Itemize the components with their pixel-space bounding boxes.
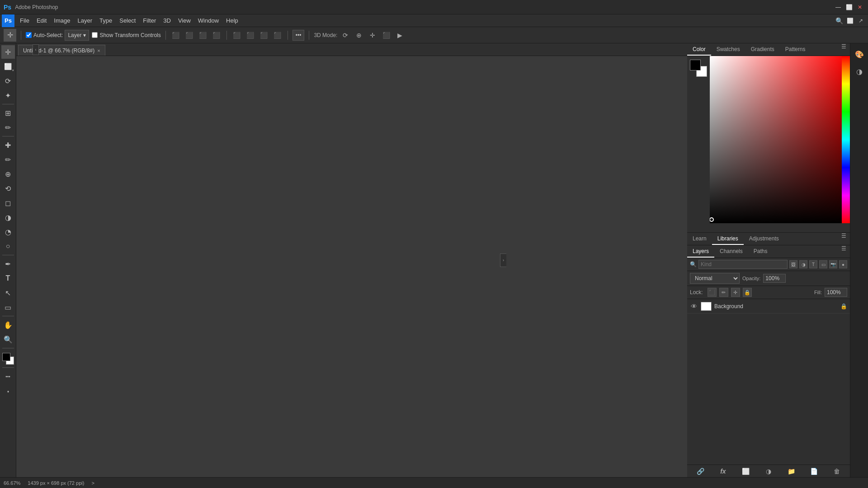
search-button[interactable]: 🔍 bbox=[834, 15, 844, 26]
close-button[interactable]: ✕ bbox=[855, 3, 864, 12]
eyedropper-tool[interactable]: ✏ bbox=[1, 121, 15, 134]
filter-pixel-icon[interactable]: 🖼 bbox=[789, 260, 797, 268]
text-tool[interactable]: T bbox=[1, 272, 15, 285]
3d-pan-button[interactable]: ✛ bbox=[367, 30, 378, 41]
filter-shape-icon[interactable]: ▭ bbox=[819, 260, 827, 268]
align-bottom-button[interactable]: ⬛ bbox=[245, 30, 256, 41]
menu-layer[interactable]: Layer bbox=[74, 15, 96, 26]
layers-panel-menu-btn[interactable]: ☰ bbox=[838, 245, 850, 258]
fg-bg-color-picker[interactable] bbox=[690, 60, 707, 77]
lock-all-btn[interactable]: 🔒 bbox=[743, 288, 752, 297]
opacity-input[interactable] bbox=[763, 274, 786, 283]
filter-selected-icon[interactable]: ● bbox=[839, 260, 847, 268]
layer-visibility-eye[interactable]: 👁 bbox=[690, 302, 698, 310]
menu-type[interactable]: Type bbox=[96, 15, 116, 26]
color-picker-area[interactable] bbox=[710, 56, 850, 232]
brush-tool[interactable]: ✏ bbox=[1, 153, 15, 166]
menu-filter[interactable]: Filter bbox=[139, 15, 160, 26]
fg-bg-color-control[interactable] bbox=[1, 352, 15, 366]
path-select-tool[interactable]: ↖ bbox=[1, 286, 15, 300]
delete-layer-btn[interactable]: 🗑 bbox=[832, 466, 842, 476]
tab-swatches[interactable]: Swatches bbox=[711, 43, 745, 56]
tab-adjustments[interactable]: Adjustments bbox=[744, 233, 784, 245]
fg-color-picker-swatch[interactable] bbox=[690, 60, 701, 70]
blur-tool[interactable]: ◔ bbox=[1, 225, 15, 239]
add-mask-btn[interactable]: ⬜ bbox=[741, 466, 751, 476]
3d-rotate-button[interactable]: ⟳ bbox=[340, 30, 351, 41]
align-top-button[interactable]: ⬛ bbox=[211, 30, 222, 41]
menu-edit[interactable]: Edit bbox=[33, 15, 50, 26]
layers-kind-filter[interactable] bbox=[698, 260, 788, 269]
align-center-v-button[interactable]: ⬛ bbox=[231, 30, 242, 41]
align-left-button[interactable]: ⬛ bbox=[170, 30, 181, 41]
move-tool[interactable]: ✛ bbox=[1, 45, 15, 59]
blend-mode-select[interactable]: Normal bbox=[690, 273, 740, 284]
ps-logo-icon[interactable]: Ps bbox=[2, 14, 14, 27]
menu-help[interactable]: Help bbox=[222, 15, 242, 26]
auto-select-dropdown[interactable]: Layer ▾ bbox=[65, 30, 89, 41]
extra-tools-btn[interactable]: ••• bbox=[1, 370, 15, 383]
tab-learn[interactable]: Learn bbox=[687, 233, 712, 245]
pen-tool[interactable]: ✒ bbox=[1, 257, 15, 271]
maximize-button[interactable]: ⬜ bbox=[844, 3, 854, 12]
add-adjustment-btn[interactable]: ◑ bbox=[764, 466, 774, 476]
tab-channels[interactable]: Channels bbox=[714, 245, 748, 258]
auto-select-checkbox[interactable] bbox=[26, 32, 32, 38]
3d-slide-button[interactable]: ⬛ bbox=[381, 30, 392, 41]
more-options-button[interactable]: ••• bbox=[292, 30, 305, 41]
canvas-tab-close[interactable]: × bbox=[97, 48, 100, 53]
panel-adjust-icon[interactable]: ◑ bbox=[852, 64, 867, 79]
status-arrow-icon[interactable]: > bbox=[91, 480, 94, 486]
crop-tool[interactable]: ⊞ bbox=[1, 106, 15, 120]
menu-file[interactable]: File bbox=[16, 15, 33, 26]
magic-wand-tool[interactable]: ✦ bbox=[1, 89, 15, 102]
filter-adj-icon[interactable]: ◑ bbox=[799, 260, 807, 268]
panel-color-icon[interactable]: 🎨 bbox=[852, 47, 867, 61]
shape-tool[interactable]: ▭ bbox=[1, 300, 15, 314]
menu-view[interactable]: View bbox=[175, 15, 194, 26]
transform-controls-option[interactable]: Show Transform Controls bbox=[92, 32, 160, 38]
dodge-tool[interactable]: ○ bbox=[1, 239, 15, 253]
transform-controls-checkbox[interactable] bbox=[92, 32, 98, 38]
color-hue-strip[interactable] bbox=[842, 56, 850, 223]
filter-type-icon[interactable]: T bbox=[809, 260, 817, 268]
workspace-button[interactable]: ⬜ bbox=[844, 15, 855, 26]
tab-color[interactable]: Color bbox=[687, 43, 711, 56]
eraser-tool[interactable]: ◻ bbox=[1, 196, 15, 210]
menu-image[interactable]: Image bbox=[50, 15, 74, 26]
clone-stamp-tool[interactable]: ⊕ bbox=[1, 167, 15, 181]
distribute-button[interactable]: ⬛ bbox=[259, 30, 269, 41]
tool-more-btn[interactable]: ⬧ bbox=[1, 384, 15, 398]
fill-input[interactable] bbox=[825, 288, 847, 297]
align-right-button[interactable]: ⬛ bbox=[198, 30, 208, 41]
lib-panel-menu-btn[interactable]: ☰ bbox=[838, 233, 850, 245]
link-layers-btn[interactable]: 🔗 bbox=[695, 466, 705, 476]
minimize-button[interactable]: — bbox=[834, 3, 843, 12]
auto-select-option[interactable]: Auto-Select: Layer ▾ bbox=[26, 30, 89, 41]
move-tool-btn[interactable]: ✛ bbox=[4, 29, 16, 42]
lock-pixels-btn[interactable]: ⬛ bbox=[708, 288, 717, 297]
3d-roll-button[interactable]: ⊕ bbox=[354, 30, 364, 41]
lock-artboards-btn[interactable]: ✛ bbox=[731, 288, 740, 297]
lasso-tool[interactable]: ⟳ bbox=[1, 74, 15, 88]
tab-libraries[interactable]: Libraries bbox=[712, 233, 744, 245]
menu-select[interactable]: Select bbox=[116, 15, 139, 26]
history-brush-tool[interactable]: ⟲ bbox=[1, 182, 15, 195]
menu-window[interactable]: Window bbox=[194, 15, 222, 26]
distribute2-button[interactable]: ⬛ bbox=[272, 30, 283, 41]
tab-paths[interactable]: Paths bbox=[748, 245, 773, 258]
filter-smart-icon[interactable]: 📷 bbox=[829, 260, 837, 268]
left-panel-collapse-btn[interactable]: ‹ bbox=[33, 44, 39, 55]
hand-tool[interactable]: ✋ bbox=[1, 318, 15, 332]
right-panel-collapse-btn[interactable]: › bbox=[500, 253, 506, 267]
color-gradient[interactable] bbox=[710, 56, 850, 223]
zoom-tool[interactable]: 🔍 bbox=[1, 333, 15, 346]
color-gradient-main[interactable] bbox=[710, 56, 848, 223]
add-group-btn[interactable]: 📁 bbox=[786, 466, 796, 476]
canvas-tab-untitled[interactable]: Untitled-1 @ 66.7% (RGB/8#) × bbox=[18, 45, 105, 56]
color-panel-menu-btn[interactable]: ☰ bbox=[838, 43, 850, 56]
menu-3d[interactable]: 3D bbox=[160, 15, 175, 26]
gradient-tool[interactable]: ◑ bbox=[1, 211, 15, 224]
3d-scale-button[interactable]: ▶ bbox=[394, 30, 405, 41]
add-style-btn[interactable]: fx bbox=[718, 466, 728, 476]
